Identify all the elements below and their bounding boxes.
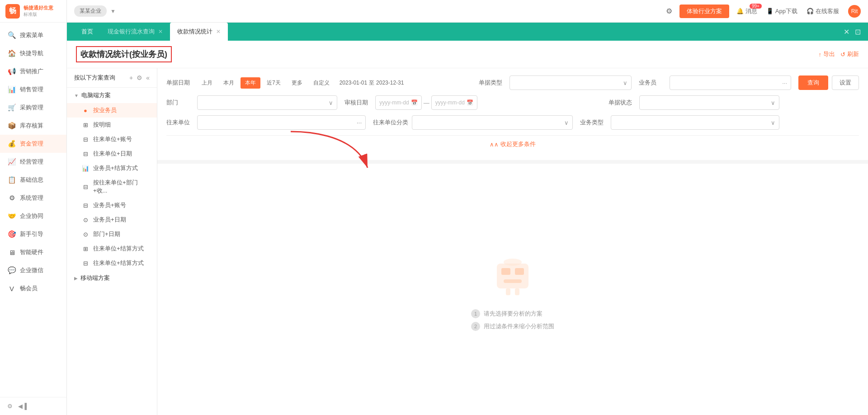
gear-icon[interactable]: ⚙ — [666, 7, 672, 15]
tab-receipt[interactable]: 收款情况统计 ✕ — [170, 23, 228, 41]
sidebar-settings-icon[interactable]: ⚙ — [7, 403, 13, 410]
dept-select[interactable]: ∨ — [197, 95, 337, 110]
setting-button[interactable]: 设置 — [832, 75, 859, 90]
table-icon-5: ⊟ — [81, 259, 90, 267]
app-download-button[interactable]: 📱 App下载 — [766, 7, 797, 15]
scheme-item-partner-account[interactable]: ⊟ 往来单位+账号 — [67, 132, 157, 146]
sidebar-item-inventory[interactable]: 📦 库存核算 — [0, 117, 66, 135]
date-tab-this-year[interactable]: 本年 — [241, 77, 260, 89]
message-button[interactable]: 🔔 消息 99+ — [736, 7, 757, 15]
scheme-panel: 按以下方案查询 + ⚙ « ▼ 电脑端方案 ● 按业务员 — [67, 68, 157, 415]
sidebar-item-hardware[interactable]: 🖥 智能硬件 — [0, 243, 66, 261]
dropdown-icon[interactable]: ▼ — [110, 8, 116, 14]
partner-classify-label: 往来单位分类 — [373, 118, 408, 127]
sidebar-item-search[interactable]: 🔍 搜索菜单 — [0, 26, 66, 44]
staff-select[interactable]: ··· — [670, 75, 792, 90]
marketing-icon: 📢 — [7, 67, 16, 76]
close-bank-tab[interactable]: ✕ — [158, 28, 163, 35]
sidebar-item-operation[interactable]: 📈 经营管理 — [0, 153, 66, 171]
date-tab-custom[interactable]: 自定义 — [309, 77, 334, 89]
scheme-item-dept-date[interactable]: ⊙ 部门+日期 — [67, 227, 157, 241]
staff-label: 业务员 — [639, 79, 666, 87]
sidebar-item-sales[interactable]: 📊 销售管理 — [0, 80, 66, 99]
service-button[interactable]: 🎧 在线客服 — [807, 7, 839, 15]
review-date-to[interactable]: yyyy-mm-dd 📅 — [431, 95, 477, 110]
scheme-item-staff-account[interactable]: ⊟ 业务员+账号 — [67, 198, 157, 212]
empty-tips: 1 请先选择要分析的方案 2 用过滤条件来缩小分析范围 — [471, 309, 554, 331]
doctype-chevron-icon: ∨ — [623, 80, 627, 86]
scheme-group-mobile-header[interactable]: ▶ 移动端方案 — [67, 270, 157, 286]
close-receipt-tab[interactable]: ✕ — [216, 28, 221, 35]
expand-arrow-icon: ▼ — [74, 93, 79, 98]
tab-bank[interactable]: 现金银行流水查询 ✕ — [100, 23, 170, 41]
svg-rect-5 — [506, 288, 510, 295]
scheme-collapse-button[interactable]: « — [146, 74, 150, 81]
operation-icon: 📈 — [7, 157, 16, 166]
sidebar-item-shortcut[interactable]: 🏠 快捷导航 — [0, 44, 66, 62]
sidebar-item-capital[interactable]: 💰 资金管理 — [0, 135, 66, 153]
partner-classify-select[interactable]: ∨ — [412, 115, 572, 130]
date-tab-last-month[interactable]: 上月 — [197, 77, 217, 89]
sidebar-item-purchase[interactable]: 🛒 采购管理 — [0, 99, 66, 117]
logo-icon: 畅 — [5, 4, 20, 19]
date-tab-more[interactable]: 更多 — [287, 77, 307, 89]
filter-row-2: 部门 ∨ 审核日期 yyyy-mm-dd — [166, 95, 859, 110]
filter-area: 单据日期 上月 本月 本年 近7天 更多 自定义 2023-01-01 — [157, 68, 868, 160]
right-content: 单据日期 上月 本月 本年 近7天 更多 自定义 2023-01-01 — [157, 68, 868, 415]
biz-type-select[interactable]: ∨ — [611, 115, 779, 130]
clock-icon-2: ⊙ — [81, 230, 90, 238]
page-header-actions: ↑ 导出 ↺ 刷新 — [819, 50, 859, 58]
purchase-icon: 🛒 — [7, 103, 16, 112]
doc-status-select[interactable]: ∨ — [639, 95, 779, 110]
partner-label: 往来单位 — [166, 118, 193, 127]
export-icon: ↑ — [819, 51, 822, 58]
maximize-window-button[interactable]: ⊡ — [855, 28, 861, 36]
avatar: Rit — [848, 5, 861, 18]
date-tab-last7[interactable]: 近7天 — [262, 77, 285, 89]
sidebar-item-marketing[interactable]: 📢 营销推广 — [0, 62, 66, 80]
tab-home[interactable]: 首页 — [74, 23, 100, 41]
table-icon-3: ⊟ — [81, 183, 90, 191]
sidebar-item-enterprise[interactable]: 🤝 企业协同 — [0, 207, 66, 225]
sidebar-collapse-icon[interactable]: ◀▐ — [18, 403, 27, 410]
sidebar-item-wechat[interactable]: 💬 企业微信 — [0, 261, 66, 279]
date-tab-this-month[interactable]: 本月 — [219, 77, 239, 89]
scheme-item-partner-settle1[interactable]: ⊞ 往来单位+结算方式 — [67, 241, 157, 256]
collapse-more-conditions-button[interactable]: ∧∧ 收起更多条件 — [166, 135, 859, 153]
staff-more-icon[interactable]: ··· — [782, 80, 787, 86]
scheme-item-partner-settle2[interactable]: ⊟ 往来单位+结算方式 — [67, 256, 157, 270]
partner-select[interactable]: ··· — [197, 115, 366, 130]
date-filter-label: 单据日期 — [166, 79, 193, 87]
scheme-group-desktop-header[interactable]: ▼ 电脑端方案 — [67, 88, 157, 103]
scheme-add-button[interactable]: + — [129, 74, 133, 81]
scheme-item-by-detail[interactable]: ⊞ 按明细 — [67, 118, 157, 132]
scheme-item-staff-settle[interactable]: 📊 业务员+结算方式 — [67, 161, 157, 175]
scheme-item-staff-date[interactable]: ⊙ 业务员+日期 — [67, 212, 157, 227]
partner-classify-chevron-icon: ∨ — [564, 119, 569, 126]
export-button[interactable]: ↑ 导出 — [819, 50, 835, 58]
query-button[interactable]: 查询 — [798, 75, 828, 90]
refresh-button[interactable]: ↺ 刷新 — [840, 50, 859, 58]
inventory-icon: 📦 — [7, 121, 16, 130]
scheme-settings-button[interactable]: ⚙ — [137, 74, 142, 81]
page-content: 收款情况统计(按业务员) ↑ 导出 ↺ 刷新 按以下方 — [67, 41, 868, 415]
message-badge: 99+ — [750, 4, 762, 9]
active-scheme-icon: ● — [81, 106, 90, 114]
svg-point-7 — [504, 259, 522, 266]
partner-more-icon[interactable]: ··· — [357, 119, 362, 126]
doctype-label: 单据类型 — [479, 79, 506, 87]
review-date-from[interactable]: yyyy-mm-dd 📅 — [375, 95, 421, 110]
scheme-item-partner-dept[interactable]: ⊟ 按往来单位+部门+收... — [67, 175, 157, 198]
biz-type-chevron-icon: ∨ — [771, 119, 775, 126]
sidebar-item-basic[interactable]: 📋 基础信息 — [0, 171, 66, 189]
scheme-item-partner-date[interactable]: ⊟ 往来单位+日期 — [67, 146, 157, 161]
filter-date-item: 单据日期 上月 本月 本年 近7天 更多 自定义 2023-01-01 — [166, 77, 472, 89]
close-window-button[interactable]: ✕ — [844, 28, 849, 36]
scheme-item-by-staff[interactable]: ● 按业务员 — [67, 103, 157, 118]
sidebar-item-member[interactable]: V 畅会员 — [0, 279, 66, 297]
doctype-select[interactable]: ∨ — [509, 75, 632, 90]
trial-button[interactable]: 体验行业方案 — [679, 5, 729, 18]
sidebar-item-guide[interactable]: 🎯 新手引导 — [0, 225, 66, 243]
user-avatar[interactable]: Rit — [848, 5, 861, 18]
sidebar-item-system[interactable]: ⚙ 系统管理 — [0, 189, 66, 207]
